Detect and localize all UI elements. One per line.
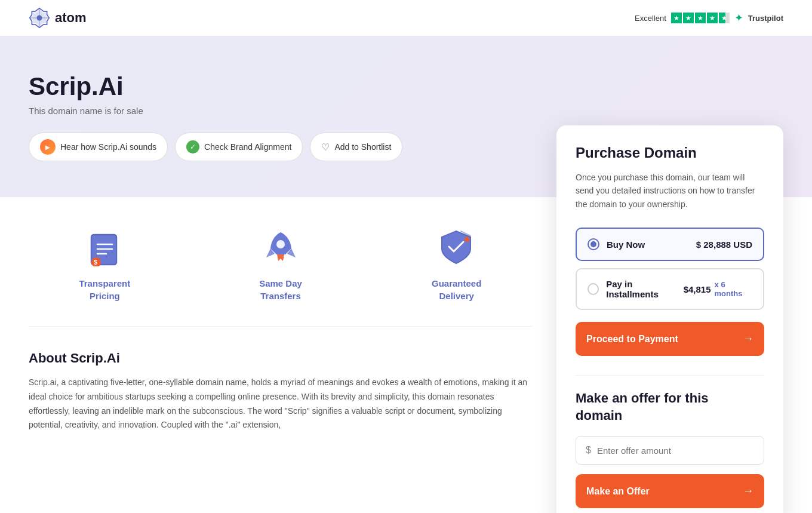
domain-subtitle: This domain name is for sale [29,106,494,116]
trustpilot-label: Excellent [635,14,666,23]
offer-input-wrap[interactable]: $ [576,436,764,465]
trustpilot-stars: ★ ★ ★ ★ ★ [671,13,730,23]
trustpilot: Excellent ★ ★ ★ ★ ★ ✦ Trustpilot [635,11,783,24]
about-title: About Scrip.Ai [29,351,533,366]
buy-now-radio [588,238,599,250]
offer-button-label: Make an Offer [586,486,650,497]
feature-guaranteed-delivery-label: GuaranteedDelivery [432,277,481,302]
transparent-pricing-icon-wrap: $ [84,226,125,268]
installments-option[interactable]: Pay in Installments $4,815 x 6 months [576,268,764,310]
purchase-description: Once you purchase this domain, our team … [576,171,764,211]
dollar-sign-icon: $ [586,445,591,456]
buy-now-left: Buy Now [588,238,645,250]
proceed-arrow-icon: → [743,333,753,345]
domain-title: Scrip.Ai [29,72,494,101]
hear-button-label: Hear how Scrip.Ai sounds [60,142,156,152]
svg-point-10 [276,240,285,248]
installments-price-wrap: $4,815 x 6 months [684,280,752,298]
about-section: About Scrip.Ai Scrip.ai, a captivating f… [29,327,533,456]
buy-now-label: Buy Now [607,239,645,250]
check-icon: ✓ [186,140,199,153]
installments-left: Pay in Installments [588,279,684,299]
proceed-label: Proceed to Payment [586,334,678,345]
logo[interactable]: atom [29,7,87,29]
star-2: ★ [683,13,694,23]
feature-same-day-transfers: Same DayTransfers [205,226,357,302]
action-buttons: ▶ Hear how Scrip.Ai sounds ✓ Check Brand… [29,133,494,161]
star-3: ★ [695,13,706,23]
trustpilot-brand-icon: ✦ [734,11,743,24]
offer-section: Make an offer for thisdomain $ Make an O… [576,375,764,508]
svg-point-11 [465,237,469,242]
guaranteed-delivery-icon-wrap [436,226,478,268]
features-section: $ TransparentPricing Same DayTransfers [29,197,533,327]
rocket-icon [262,228,300,266]
shortlist-button-label: Add to Shortlist [334,142,391,152]
make-offer-button[interactable]: Make an Offer → [576,474,764,508]
proceed-to-payment-button[interactable]: Proceed to Payment → [576,322,764,356]
offer-arrow-icon: → [743,485,753,497]
feature-transparent-pricing-label: TransparentPricing [79,277,130,302]
buy-now-option[interactable]: Buy Now $ 28,888 USD [576,228,764,261]
buy-now-price: $ 28,888 USD [696,239,752,250]
header: atom Excellent ★ ★ ★ ★ ★ ✦ Trustpilot [0,0,812,36]
atom-logo-icon [29,7,50,29]
brand-button-label: Check Brand Alignment [204,142,291,152]
purchase-title: Purchase Domain [576,145,764,161]
feature-transparent-pricing: $ TransparentPricing [29,226,181,302]
payment-options: Buy Now $ 28,888 USD Pay in Installments… [576,228,764,310]
shortlist-button[interactable]: ♡ Add to Shortlist [310,133,402,161]
offer-title: Make an offer for thisdomain [576,390,764,424]
trustpilot-brand-name: Trustpilot [748,14,783,23]
hear-button[interactable]: ▶ Hear how Scrip.Ai sounds [29,133,168,161]
star-5: ★ [719,13,730,23]
left-content: $ TransparentPricing Same DayTransfers [29,197,556,513]
play-icon: ▶ [40,139,56,155]
receipt-icon: $ [85,228,124,266]
same-day-transfers-icon-wrap [260,226,302,268]
feature-guaranteed-delivery: GuaranteedDelivery [380,226,533,302]
main-layout: $ TransparentPricing Same DayTransfers [0,197,812,513]
feature-same-day-transfers-label: Same DayTransfers [259,277,302,302]
logo-text: atom [55,10,87,26]
heart-icon: ♡ [321,142,330,153]
shield-icon [437,228,476,266]
hero-content: Scrip.Ai This domain name is for sale ▶ … [29,72,494,161]
star-4: ★ [707,13,718,23]
installments-label: Pay in Installments [606,279,683,299]
installments-radio [588,283,599,295]
purchase-card: Purchase Domain Once you purchase this d… [556,125,783,513]
installments-months: x 6 months [715,280,752,298]
installments-price: $4,815 [684,284,711,294]
about-text: Scrip.ai, a captivating five-letter, one… [29,376,533,432]
purchase-panel: Purchase Domain Once you purchase this d… [556,125,783,513]
star-1: ★ [671,13,682,23]
brand-alignment-button[interactable]: ✓ Check Brand Alignment [175,133,303,161]
offer-amount-input[interactable] [597,446,754,456]
svg-text:$: $ [94,259,97,266]
